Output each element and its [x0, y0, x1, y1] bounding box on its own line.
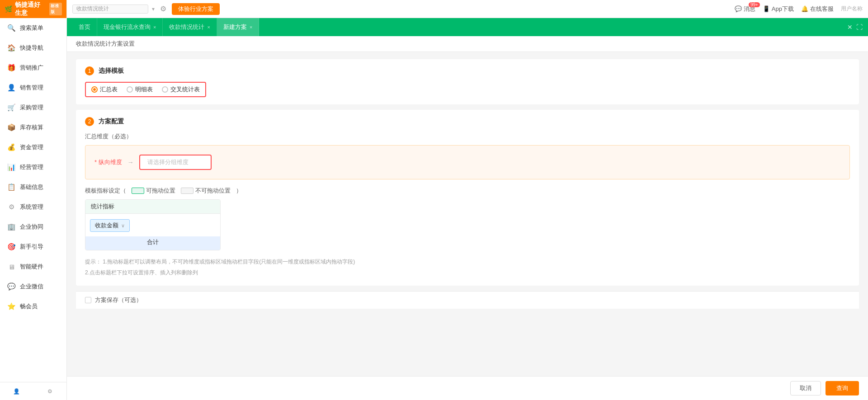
radio-summary[interactable]: 汇总表 — [91, 85, 118, 94]
metrics-section: 模板指标设定（ 可拖动位置 不可拖动位置 ） — [85, 187, 850, 252]
step2-section: 2 方案配置 汇总维度（必选） * 纵向维度 → 请选择分组维度 模板指标设定（ — [76, 110, 859, 286]
tab-collect-stat[interactable]: 收款情况统计 × — [163, 18, 217, 36]
sidebar-item-label: 新手引导 — [20, 243, 43, 251]
sidebar-item-purchase[interactable]: 🛒 采购管理 — [0, 98, 66, 118]
metrics-table-title: 统计指标 — [85, 200, 220, 214]
tab-collect-stat-close[interactable]: × — [207, 24, 210, 30]
topbar-dropdown-arrow[interactable]: ▾ — [152, 6, 155, 12]
sidebar-item-label: 库存核算 — [20, 123, 43, 132]
query-button[interactable]: 查询 — [826, 381, 859, 395]
step2-number: 2 — [85, 117, 94, 126]
search-menu-icon: 🔍 — [7, 24, 15, 32]
topbar-breadcrumb[interactable] — [72, 5, 148, 14]
sidebar-item-guide[interactable]: 🎯 新手引导 — [0, 237, 66, 257]
step2-header: 2 方案配置 — [85, 117, 850, 126]
topbar-user[interactable]: 用户名称 — [841, 5, 863, 13]
tab-bank-flow-close[interactable]: × — [153, 24, 156, 30]
sidebar-footer-right[interactable]: ⚙ — [33, 382, 67, 400]
dimension-select[interactable]: 请选择分组维度 — [139, 155, 212, 170]
topbar-right: 💬 消息 99+ 📱 App下载 🔔 在线客服 用户名称 — [735, 5, 863, 13]
sidebar-item-member[interactable]: ⭐ 畅会员 — [0, 296, 66, 316]
sidebar-item-label: 快捷导航 — [20, 44, 43, 52]
radio-cross-circle — [162, 86, 168, 93]
config-section: 汇总维度（必选） * 纵向维度 → 请选择分组维度 模板指标设定（ 可拖动位置 — [85, 132, 850, 278]
tab-bank-flow-label: 现金银行流水查询 — [104, 23, 151, 31]
sidebar-item-inventory[interactable]: 📦 库存核算 — [0, 118, 66, 137]
sidebar-logo-text: 畅捷通好生意 — [15, 1, 47, 17]
dimension-section-label: 汇总维度（必选） — [85, 132, 850, 141]
step1-number: 1 — [85, 66, 94, 75]
app-icon: 📱 — [763, 5, 770, 12]
money-icon: 💰 — [7, 143, 15, 151]
topbar-gear-icon[interactable]: ⚙ — [160, 5, 166, 13]
trial-btn[interactable]: 体验行业方案 — [172, 3, 220, 15]
sidebar-item-base-info[interactable]: 📋 基础信息 — [0, 177, 66, 197]
tabbar: 首页 现金银行流水查询 × 收款情况统计 × 新建方案 × ✕ ⛶ — [67, 18, 868, 36]
save-section: 方案保存（可选） — [76, 291, 859, 309]
cancel-button[interactable]: 取消 — [790, 381, 821, 395]
sidebar-footer-left[interactable]: 👤 — [0, 382, 33, 400]
gift-icon: 🎁 — [7, 64, 15, 72]
dimension-area: * 纵向维度 → 请选择分组维度 — [85, 145, 850, 179]
maximize-btn[interactable]: ⛶ — [856, 24, 863, 31]
sidebar-item-label: 企业微信 — [20, 282, 43, 291]
page-header-title: 收款情况统计方案设置 — [76, 40, 135, 47]
sidebar-logo-badge: 标准版 — [49, 3, 62, 15]
fixed-legend-box — [181, 188, 193, 194]
sidebar-item-quick-nav[interactable]: 🏠 快捷导航 — [0, 38, 66, 58]
sidebar-item-enterprise[interactable]: 🏢 企业协同 — [0, 217, 66, 237]
messages-btn[interactable]: 💬 消息 99+ — [735, 5, 755, 13]
radio-summary-circle — [91, 86, 98, 93]
tip1: 提示： 1.拖动标题栏可以调整布局，不可跨维度或指标区域拖动栏目字段(只能在同一… — [85, 257, 850, 267]
template-radio-group: 汇总表 明细表 交叉统计表 — [85, 82, 206, 97]
chart-icon: 📊 — [7, 163, 15, 171]
radio-summary-label: 汇总表 — [100, 85, 118, 94]
tab-new-plan-label: 新建方案 — [223, 23, 247, 31]
sidebar-item-label: 采购管理 — [20, 104, 43, 112]
sidebar-item-marketing[interactable]: 🎁 营销推广 — [0, 58, 66, 78]
online-support-btn[interactable]: 🔔 在线客服 — [801, 5, 834, 13]
radio-cross-label: 交叉统计表 — [170, 85, 200, 94]
enterprise-icon: 🏢 — [7, 223, 15, 231]
sidebar-item-label: 资金管理 — [20, 143, 43, 151]
metrics-legend-fixed: 不可拖动位置 — [181, 187, 231, 195]
main-area: ▾ ⚙ 体验行业方案 💬 消息 99+ 📱 App下载 🔔 在线客服 用户名称 … — [67, 0, 868, 400]
tab-new-plan[interactable]: 新建方案 × — [217, 18, 259, 36]
guide-icon: 🎯 — [7, 243, 15, 251]
message-icon: 💬 — [735, 5, 742, 12]
close-window-btn[interactable]: ✕ — [847, 24, 853, 31]
tab-home[interactable]: 首页 — [72, 18, 97, 36]
metrics-close-paren: ） — [236, 187, 242, 195]
sidebar-item-label: 智能硬件 — [20, 263, 43, 271]
sidebar-item-search-menu[interactable]: 🔍 搜索菜单 — [0, 18, 66, 38]
sidebar: 🌿 畅捷通好生意 标准版 🔍 搜索菜单 🏠 快捷导航 🎁 营销推广 👤 销售管理… — [0, 0, 67, 400]
app-download-btn[interactable]: 📱 App下载 — [763, 5, 794, 13]
radio-detail[interactable]: 明细表 — [127, 85, 153, 94]
tab-home-label: 首页 — [79, 23, 90, 31]
sidebar-item-sales[interactable]: 👤 销售管理 — [0, 78, 66, 98]
sidebar-item-system[interactable]: ⚙ 系统管理 — [0, 197, 66, 217]
sidebar-item-operations[interactable]: 📊 经营管理 — [0, 157, 66, 177]
radio-detail-circle — [127, 86, 133, 93]
sidebar-item-wechat[interactable]: 💬 企业微信 — [0, 277, 66, 296]
tab-bank-flow[interactable]: 现金银行流水查询 × — [97, 18, 163, 36]
sidebar-item-label: 企业协同 — [20, 223, 43, 231]
sidebar-item-smart-hw[interactable]: 🖥 智能硬件 — [0, 257, 66, 277]
draggable-legend-label: 可拖动位置 — [146, 187, 175, 195]
radio-cross[interactable]: 交叉统计表 — [162, 85, 200, 94]
save-checkbox[interactable] — [85, 297, 91, 303]
hardware-icon: 🖥 — [7, 263, 15, 271]
metrics-legend-draggable: 可拖动位置 — [132, 187, 175, 195]
metrics-label: 模板指标设定（ — [85, 187, 126, 195]
step1-title: 选择模板 — [99, 67, 124, 75]
metrics-total: 合计 — [85, 236, 220, 250]
tip2: 2.点击标题栏下拉可设置排序、插入列和删除列 — [85, 268, 850, 278]
tab-new-plan-close[interactable]: × — [250, 24, 252, 30]
sidebar-footer: 👤 ⚙ — [0, 382, 66, 400]
footer: 取消 查询 — [67, 376, 868, 400]
tabbar-actions: ✕ ⛶ — [847, 24, 863, 31]
metrics-tag-amount[interactable]: 收款金额 ∨ — [90, 219, 130, 232]
sidebar-item-finance[interactable]: 💰 资金管理 — [0, 137, 66, 157]
sidebar-item-label: 基础信息 — [20, 183, 43, 191]
page-header: 收款情况统计方案设置 — [67, 36, 868, 52]
